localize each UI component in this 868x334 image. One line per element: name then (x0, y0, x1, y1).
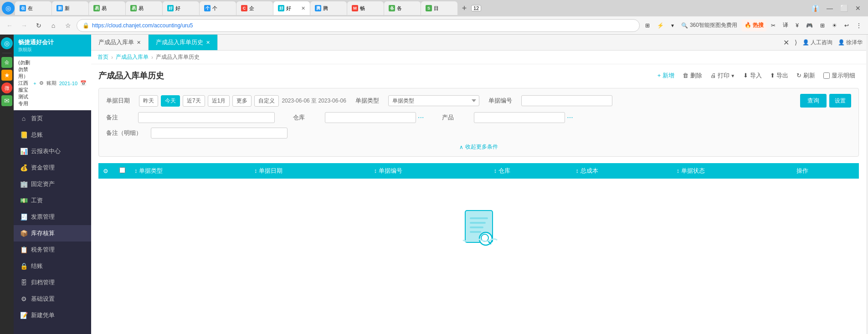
warehouse-input[interactable] (325, 112, 416, 123)
undo-icon-btn[interactable]: ↩ (842, 20, 852, 31)
sidebar-item-closing[interactable]: 🔒 结账 (14, 258, 91, 274)
scissors-icon-btn[interactable]: ✂ (768, 20, 778, 31)
dropdown-btn[interactable]: ▾ (668, 20, 677, 31)
refresh-button[interactable]: ↻ (33, 20, 45, 31)
table-select-all-checkbox[interactable] (119, 167, 125, 173)
warehouse-dots[interactable]: ··· (418, 113, 424, 122)
date-btn-more[interactable]: 更多 (232, 95, 252, 107)
tab-3[interactable]: 易 易 (89, 1, 125, 15)
tab-12[interactable]: S 目 (421, 1, 457, 15)
tab-compass[interactable]: ◎ (2, 2, 15, 15)
tab-4[interactable]: 易 易 (126, 1, 162, 15)
close-panel-button[interactable]: ✕ (783, 38, 789, 47)
tab-1[interactable]: 在 在 (15, 1, 51, 15)
sidebar-item-ledger[interactable]: 📒 总账 (14, 127, 91, 143)
new-tab-button[interactable]: + (458, 2, 471, 15)
product-dots[interactable]: ··· (567, 113, 573, 122)
product-input[interactable] (474, 112, 565, 123)
table-col-doc-status[interactable]: ↕ 单据状态 (672, 163, 792, 179)
tab-counter[interactable]: 12 (471, 5, 481, 11)
consult-btn[interactable]: 👤 人工咨询 (802, 39, 832, 46)
breadcrumb-list[interactable]: 产成品入库单 (116, 53, 149, 61)
app-icon-mail[interactable]: ✉ (1, 95, 12, 106)
tab-6[interactable]: 个 个 (200, 1, 236, 15)
window-minimize-button[interactable]: — (825, 4, 835, 13)
tab-10[interactable]: M 畅 (347, 1, 384, 15)
tab-2[interactable]: 新 新 (52, 1, 88, 15)
print-button[interactable]: 🖨 打印 ▼ (707, 70, 739, 82)
lightning-icon-btn[interactable]: ⚡ (654, 20, 667, 31)
search-bar[interactable]: 🔍 360智能抠图免费用 (678, 20, 740, 31)
sidebar-item-payroll[interactable]: 💵 工资 (14, 192, 91, 209)
hot-search-btn[interactable]: 🔥 热搜 (742, 20, 766, 31)
tab-inventory-history[interactable]: 产成品入库单历史 ✕ (149, 35, 218, 50)
apps-icon-btn[interactable]: ⊞ (817, 20, 827, 31)
table-col-checkbox[interactable] (115, 163, 130, 179)
user-avatar[interactable]: 👤 徐泽华 (838, 39, 863, 46)
window-close-button[interactable]: ✕ (853, 4, 863, 13)
add-company-btn[interactable]: + (33, 81, 36, 86)
game-icon-btn[interactable]: 🎮 (803, 20, 816, 31)
address-input[interactable]: 🔒 https://cloud.chanjet.com/accounting/u… (77, 19, 640, 32)
import-button[interactable]: ⬇ 导入 (740, 70, 765, 82)
table-col-doc-number[interactable]: ↕ 单据编号 (370, 163, 489, 179)
sidebar-item-tax[interactable]: 📋 税务管理 (14, 242, 91, 258)
sidebar-item-assets[interactable]: 🏢 固定资产 (14, 176, 91, 192)
sidebar-item-invoice[interactable]: 🧾 发票管理 (14, 209, 91, 225)
window-restore-button[interactable]: ⬜ (838, 4, 850, 13)
sidebar-item-settings[interactable]: ⚙ 基础设置 (14, 291, 91, 307)
tab-inventory-history-close[interactable]: ✕ (206, 40, 210, 46)
table-col-doc-type[interactable]: ↕ 单据类型 (130, 163, 250, 179)
app-icon-star[interactable]: ★ (1, 70, 12, 81)
app-icon-main[interactable]: ◎ (1, 37, 13, 49)
tab-9[interactable]: 腾 腾 (310, 1, 347, 15)
date-btn-today[interactable]: 今天 (161, 95, 180, 107)
sidebar-item-inventory[interactable]: 📦 库存核算 (14, 225, 91, 242)
yuan-icon-btn[interactable]: ¥ (793, 20, 801, 31)
print-dropdown-icon[interactable]: ▼ (730, 73, 735, 78)
table-col-settings[interactable]: ⚙ (98, 163, 115, 179)
sidebar-item-archive[interactable]: 🗄 归档管理 (14, 274, 91, 291)
table-col-total-cost[interactable]: ↕ 总成本 (571, 163, 672, 179)
doc-type-select[interactable]: 单据类型 (388, 95, 479, 106)
table-col-warehouse[interactable]: ↕ 仓库 (489, 163, 571, 179)
calendar-icon[interactable]: 📅 (80, 80, 87, 86)
date-btn-1month[interactable]: 近1月 (208, 95, 230, 107)
home-button[interactable]: ⌂ (47, 20, 59, 31)
sidebar-item-newitem[interactable]: 📝 新建凭单 (14, 307, 91, 324)
expand-panel-button[interactable]: ⟩ (795, 39, 797, 46)
filter-settings-button[interactable]: 设置 (829, 94, 851, 108)
more-btn[interactable]: ⋮ (853, 20, 864, 31)
note-detail-input[interactable] (151, 128, 288, 139)
sun-icon-btn[interactable]: ☀ (829, 20, 840, 31)
grid-icon-btn[interactable]: ⊞ (642, 20, 652, 31)
query-button[interactable]: 查询 (800, 94, 827, 108)
tab-5[interactable]: 好 好 (163, 1, 199, 15)
tab-7[interactable]: C 企 (236, 1, 273, 15)
settings-icon[interactable]: ⚙ (39, 80, 44, 86)
add-button[interactable]: + 新增 (654, 70, 678, 82)
back-button[interactable]: ← (4, 20, 15, 31)
tab-11[interactable]: 各 各 (384, 1, 421, 15)
forward-button[interactable]: → (18, 20, 30, 31)
app-icon-weibo[interactable]: 微 (1, 82, 12, 93)
translate-icon-btn[interactable]: 译 (780, 20, 791, 31)
sidebar-item-home[interactable]: ⌂ 首页 (14, 110, 91, 127)
delete-button[interactable]: 🗑 删除 (679, 70, 706, 82)
date-btn-custom[interactable]: 自定义 (254, 95, 279, 107)
period-value[interactable]: 2021-10 (59, 81, 77, 86)
table-col-doc-date[interactable]: ↕ 单据日期 (250, 163, 370, 179)
table-settings-icon[interactable]: ⚙ (103, 168, 108, 175)
bookmark-button[interactable]: ☆ (62, 20, 74, 31)
tab-inventory-list-close[interactable]: ✕ (137, 40, 141, 46)
collapse-filter-button[interactable]: ∧ 收起更多条件 (106, 143, 851, 151)
show-cols-toggle[interactable]: 显示明细 (820, 70, 859, 82)
app-icon-accounting[interactable]: 会 (1, 57, 12, 68)
date-btn-yesterday[interactable]: 昨天 (139, 95, 158, 107)
show-cols-checkbox[interactable] (823, 72, 830, 79)
doc-number-input[interactable] (521, 95, 612, 106)
tab-inventory-list[interactable]: 产成品入库单 ✕ (91, 35, 149, 50)
note-input[interactable] (138, 112, 275, 123)
sidebar-item-reports[interactable]: 📊 云报表中心 (14, 143, 91, 159)
tab-close-8[interactable]: ✕ (301, 5, 305, 11)
